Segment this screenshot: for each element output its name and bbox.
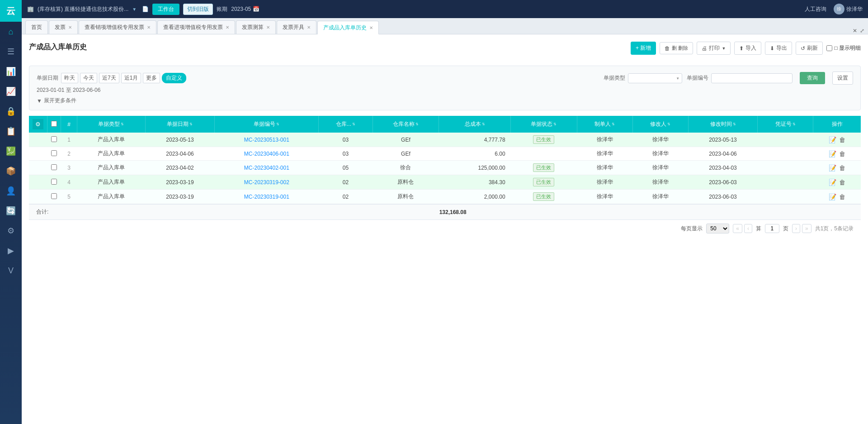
date-btn-7days[interactable]: 近7天 [99,73,119,83]
sidebar-item-analysis[interactable]: 📈 [0,81,22,101]
help-label[interactable]: 人工咨询 [805,5,826,13]
row-checkbox-cell[interactable] [47,161,61,175]
switch-version-button[interactable]: 切到旧版 [183,4,213,15]
th-checkbox[interactable] [47,116,61,133]
delete-row-icon[interactable]: 🗑 [839,193,845,200]
delete-row-icon[interactable]: 🗑 [839,150,845,157]
close-tab-sales-vat[interactable]: ✕ [147,25,151,30]
close-tab-invoice-calc[interactable]: ✕ [266,25,270,30]
edit-icon[interactable]: 📝 [829,179,836,186]
row-doc-num[interactable]: MC-20230319-001 [215,190,319,204]
row-checkbox-cell[interactable] [47,175,61,190]
calendar-icon[interactable]: 📅 [253,6,259,12]
tab-product-stock-history[interactable]: 产成品入库单历史 ✕ [317,21,379,34]
row-checkbox[interactable] [51,164,57,170]
row-doc-num[interactable]: MC-20230513-001 [215,133,319,147]
close-tab-invoice-issue[interactable]: ✕ [307,25,311,30]
sidebar-item-version[interactable]: V [0,261,22,281]
display-detail-toggle[interactable]: □ 显示明细 [826,44,861,52]
maximize-icon[interactable]: ⤢ [860,28,864,34]
sidebar-item-flow[interactable]: 🔄 [0,201,22,221]
edit-icon[interactable]: 📝 [829,164,836,172]
company-dropdown-icon[interactable]: ▼ [132,7,137,12]
tab-invoice[interactable]: 发票 ✕ [49,20,78,34]
print-button[interactable]: 🖨 打印 ▼ [697,42,731,55]
print-dropdown-icon[interactable]: ▼ [722,46,726,51]
edit-icon[interactable]: 📝 [829,136,836,143]
filter-doctype-select[interactable] [628,73,682,83]
set-button[interactable]: 设置 [832,71,853,85]
row-checkbox-cell[interactable] [47,190,61,204]
workbench-button[interactable]: 工作台 [152,4,179,15]
th-creator[interactable]: 制单人 ⇅ [577,116,632,133]
import-button[interactable]: ⬆ 导入 [734,42,761,55]
delete-button[interactable]: 🗑 删 删除 [660,42,693,54]
edit-icon[interactable]: 📝 [829,193,836,200]
page-input[interactable] [765,224,779,233]
th-doc-date[interactable]: 单据日期 ⇅ [145,116,215,133]
row-checkbox[interactable] [51,193,57,199]
date-btn-1month[interactable]: 近1月 [121,73,142,83]
refresh-button[interactable]: ↺ 刷新 [796,42,823,55]
row-checkbox[interactable] [51,136,57,142]
export-button[interactable]: ⬇ 导出 [765,42,792,55]
row-checkbox-cell[interactable] [47,147,61,161]
th-warehouse-code[interactable]: 仓库... ⇅ [319,116,373,133]
column-settings-button[interactable]: ⚙ [33,119,43,129]
prev-page-button[interactable]: ‹ [744,224,752,233]
user-menu[interactable]: 徐 徐泽华 [834,4,863,14]
sidebar-item-report[interactable]: 📊 [0,62,22,81]
expand-filter-button[interactable]: ▼ 展开更多条件 [37,97,853,105]
th-voucher-num[interactable]: 凭证号 ⇅ [758,116,813,133]
th-doc-type[interactable]: 单据类型 ⇅ [77,116,146,133]
sidebar-item-doc[interactable]: 📋 [0,121,22,141]
th-total-cost[interactable]: 总成本 ⇅ [439,116,511,133]
sidebar-item-lock[interactable]: 🔒 [0,101,22,121]
search-button[interactable]: 查询 [800,72,825,84]
sidebar-item-people[interactable]: 👤 [0,181,22,201]
row-doc-num[interactable]: MC-20230319-002 [215,175,319,190]
delete-row-icon[interactable]: 🗑 [839,179,845,186]
edit-icon[interactable]: 📝 [829,150,836,157]
row-checkbox-cell[interactable] [47,133,61,147]
sidebar-item-menu[interactable]: ☰ [0,42,22,62]
date-btn-today[interactable]: 今天 [80,73,97,83]
row-doc-num[interactable]: MC-20230402-001 [215,161,319,175]
delete-row-icon[interactable]: 🗑 [839,164,845,172]
per-page-select[interactable]: 50 100 200 [706,224,729,233]
date-btn-custom[interactable]: 自定义 [162,73,186,83]
sidebar-item-finance[interactable]: 💹 [0,141,22,161]
sidebar-item-home[interactable]: ⌂ [0,22,22,42]
first-page-button[interactable]: « [733,224,742,233]
th-modify-time[interactable]: 修改时间 ⇅ [688,116,758,133]
sidebar-item-inventory[interactable]: 📦 [0,161,22,181]
tab-sales-vat[interactable]: 查看销项增值税专用发票 ✕ [79,20,156,34]
filter-docnum-input[interactable] [711,73,793,83]
th-doc-status[interactable]: 单据状态 ⇅ [511,116,577,133]
tab-purchase-vat[interactable]: 查看进项增值税专用发票 ✕ [157,20,235,34]
date-btn-yesterday[interactable]: 昨天 [61,73,78,83]
next-page-button[interactable]: › [792,224,800,233]
tab-home[interactable]: 首页 [25,20,48,34]
th-modifier[interactable]: 修改人 ⇅ [632,116,688,133]
th-warehouse-name[interactable]: 仓库名称 ⇅ [373,116,439,133]
tab-invoice-issue[interactable]: 发票开具 ✕ [277,20,316,34]
last-page-button[interactable]: » [802,224,811,233]
select-all-checkbox[interactable] [51,121,57,127]
close-tab-product-stock[interactable]: ✕ [369,25,373,30]
th-settings[interactable]: ⚙ [29,116,47,133]
minimize-icon[interactable]: ✕ [853,28,857,34]
th-doc-num[interactable]: 单据编号 ⇅ [215,116,319,133]
close-tab-purchase-vat[interactable]: ✕ [226,25,229,30]
sidebar-item-settings[interactable]: ⚙ [0,221,22,241]
row-doc-num[interactable]: MC-20230406-001 [215,147,319,161]
date-btn-more[interactable]: 更多 [143,73,160,83]
row-checkbox[interactable] [51,150,57,156]
row-checkbox[interactable] [51,179,57,185]
close-tab-invoice[interactable]: ✕ [68,25,72,30]
sidebar-item-play[interactable]: ▶ [0,241,22,261]
delete-row-icon[interactable]: 🗑 [839,136,845,143]
display-detail-checkbox[interactable] [826,45,832,51]
new-button[interactable]: + 新增 [631,42,656,55]
tab-invoice-calc[interactable]: 发票测算 ✕ [236,20,276,34]
